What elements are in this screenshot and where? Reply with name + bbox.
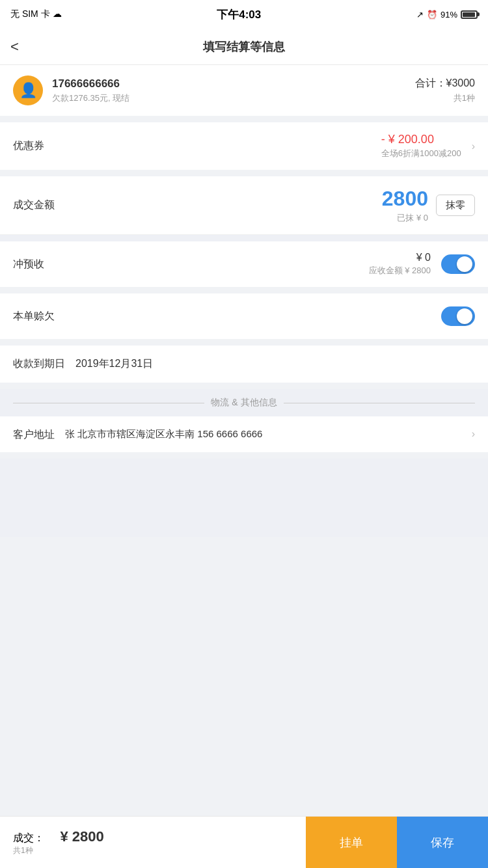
prepay-row: 冲预收 ¥ 0 应收金额 ¥ 2800 [0,241,488,287]
avatar: 👤 [13,75,43,105]
customer-sub: 欠款1276.35元, 现结 [52,92,129,104]
status-left: 无 SIM 卡 ☁ [10,8,62,20]
coupon-right: - ¥ 200.00 全场6折满1000减200 › [381,133,475,159]
page-title: 填写结算等信息 [203,39,285,55]
logistics-divider: 物流 & 其他信息 [0,389,488,416]
coupon-desc: 全场6折满1000减200 [381,148,461,159]
prepay-label: 冲预收 [13,258,44,271]
battery-icon [461,10,478,19]
divider-line-left [13,403,204,403]
summary-label: 成交： [13,832,44,843]
address-row[interactable]: 客户地址 张 北京市市辖区海淀区永丰南 156 6666 6666 › [0,416,488,452]
summary-line1: 成交： ¥ 2800 [13,828,293,845]
prepay-sub: 应收金额 ¥ 2800 [369,265,431,277]
divider-line-right [284,403,475,403]
summary-count: 共1种 [13,845,293,856]
coupon-label: 优惠券 [13,139,44,153]
total-label-value: 合计：¥3000 [415,77,476,90]
debt-row: 本单赊欠 [0,293,488,339]
customer-total: 合计：¥3000 共1种 [415,77,476,104]
debt-toggle-knob [457,308,472,324]
customer-info-left: 👤 17666666666 欠款1276.35元, 现结 [13,75,129,105]
gray-spacer [0,459,488,537]
prepay-right: ¥ 0 应收金额 ¥ 2800 [369,252,475,277]
avatar-icon: 👤 [20,82,37,99]
summary-amount: ¥ 2800 [47,828,116,845]
coupon-info: - ¥ 200.00 全场6折满1000减200 [381,133,461,159]
customer-details: 17666666666 欠款1276.35元, 现结 [52,77,129,104]
prepay-toggle[interactable] [441,254,475,274]
debt-toggle[interactable] [441,306,475,326]
location-icon: ↗ [416,10,424,20]
status-time: 下午4:03 [217,7,261,22]
amount-row-right: 2800 已抹 ¥ 0 抹零 [382,187,475,224]
customer-card: 👤 17666666666 欠款1276.35元, 现结 合计：¥3000 共1… [0,65,488,116]
transaction-amount: 2800 [382,187,428,211]
customer-phone: 17666666666 [52,77,129,90]
product-count: 共1种 [415,92,476,104]
bottom-bar: 成交： ¥ 2800 共1种 挂单 保存 [0,816,488,868]
prepay-amount: ¥ 0 [369,252,431,264]
address-chevron-icon: › [472,428,475,440]
section-divider [0,235,488,241]
due-date-value: 2019年12月31日 [75,357,153,371]
back-button[interactable]: < [5,33,24,61]
main-content: 👤 17666666666 欠款1276.35元, 现结 合计：¥3000 共1… [0,65,488,595]
address-value: 张 北京市市辖区海淀区永丰南 156 6666 6666 [65,427,467,442]
status-bar: 无 SIM 卡 ☁ 下午4:03 ↗ ⏰ 91% [0,0,488,29]
total-label: 合计： [415,77,446,88]
pending-button[interactable]: 挂单 [306,817,397,869]
toggle-knob [457,256,472,272]
sim-label: 无 SIM 卡 ☁ [10,8,62,20]
prepay-values: ¥ 0 应收金额 ¥ 2800 [369,252,431,277]
bottom-summary: 成交： ¥ 2800 共1种 [0,828,306,856]
amount-row: 成交金额 2800 已抹 ¥ 0 抹零 [0,176,488,235]
nav-bar: < 填写结算等信息 [0,29,488,65]
amount-content: 2800 已抹 ¥ 0 [382,187,428,224]
transaction-label: 成交金额 [13,198,55,212]
round-button[interactable]: 抹零 [436,195,475,216]
alarm-icon: ⏰ [427,10,437,20]
transaction-section: 成交金额 2800 已抹 ¥ 0 抹零 冲预收 ¥ 0 应收金额 ¥ 2800 [0,176,488,287]
coupon-chevron-icon: › [472,141,475,152]
total-value: ¥3000 [446,77,476,88]
address-section: 客户地址 张 北京市市辖区海淀区永丰南 156 6666 6666 › [0,416,488,452]
coupon-row[interactable]: 优惠券 - ¥ 200.00 全场6折满1000减200 › [0,122,488,170]
logistics-label: 物流 & 其他信息 [211,397,277,409]
debt-label: 本单赊欠 [13,310,55,323]
address-label: 客户地址 [13,428,55,442]
battery-percent: 91% [441,10,457,20]
save-button[interactable]: 保存 [397,817,488,869]
coupon-section: 优惠券 - ¥ 200.00 全场6折满1000减200 › [0,122,488,170]
status-right: ↗ ⏰ 91% [416,10,478,20]
due-date-label: 收款到期日 [13,357,65,371]
coupon-value: - ¥ 200.00 [381,133,461,146]
transaction-sub: 已抹 ¥ 0 [397,212,428,224]
due-date-row: 收款到期日 2019年12月31日 [0,346,488,383]
